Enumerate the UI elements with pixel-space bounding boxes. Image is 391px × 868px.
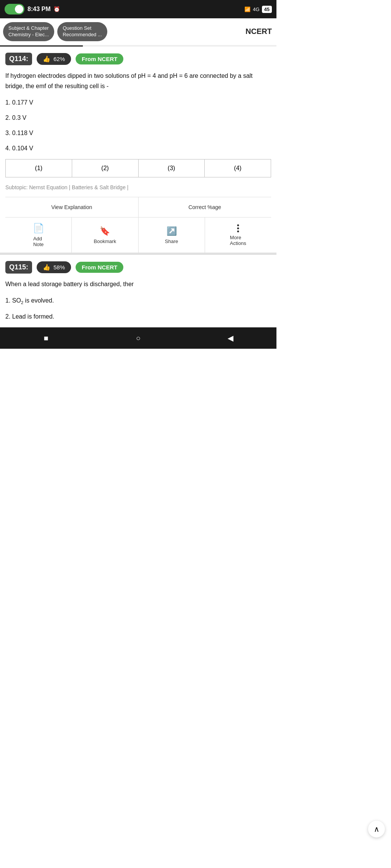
- bookmark-icon: 🔖: [100, 226, 110, 236]
- nav-home-button[interactable]: ○: [131, 330, 146, 346]
- status-right: 📶 4G 45: [244, 6, 272, 13]
- question-header-114: Q114: 👍 62% From NCERT: [5, 53, 271, 65]
- answer-option-3[interactable]: (3): [138, 159, 205, 177]
- thumb-icon-115: 👍: [43, 264, 50, 271]
- option-3-114: 3. 0.118 V: [5, 129, 271, 138]
- ncert-badge-114: From NCERT: [76, 53, 123, 64]
- ncert-label: NCERT: [246, 27, 273, 36]
- nav-square-button[interactable]: ■: [39, 330, 54, 346]
- correct-pct-button[interactable]: Correct %age: [139, 197, 271, 217]
- question-text-114: If hydrogen electrodes dipped in two sol…: [5, 71, 271, 91]
- subject-chapter-filter[interactable]: Subject & Chapter Chemistry - Elec...: [3, 22, 54, 41]
- mic-toggle[interactable]: 🎙: [5, 4, 24, 14]
- bookmark-label: Bookmark: [94, 238, 116, 244]
- like-badge-115: 👍 58%: [37, 261, 71, 273]
- like-percent-114: 62%: [53, 56, 65, 62]
- network-type: 4G: [253, 6, 259, 12]
- like-percent-115: 58%: [53, 264, 65, 271]
- filter-pill-label3: Question Set: [63, 25, 102, 32]
- question-set-filter[interactable]: Question Set Recommended ...: [57, 22, 107, 41]
- battery-level: 45: [262, 6, 272, 13]
- add-note-button[interactable]: 📄 AddNote: [5, 217, 72, 253]
- question-card-114: Q114: 👍 62% From NCERT If hydrogen elect…: [0, 47, 276, 255]
- nav-back-button[interactable]: ◀: [223, 330, 238, 346]
- filter-bar: Subject & Chapter Chemistry - Elec... Qu…: [0, 18, 276, 45]
- bookmark-button[interactable]: 🔖 Bookmark: [72, 217, 138, 253]
- question-header-115: Q115: 👍 58% From NCERT: [5, 261, 271, 274]
- action-row-114: View Explanation Correct %age: [5, 197, 271, 217]
- alarm-icon: ⏰: [53, 6, 60, 12]
- filter-progress-bar: [0, 45, 276, 47]
- filter-pill-label2: Chemistry - Elec...: [8, 32, 49, 38]
- option-1-114: 1. 0.177 V: [5, 98, 271, 107]
- answer-option-2[interactable]: (2): [72, 159, 138, 177]
- status-left: 🎙 8:43 PM ⏰: [5, 4, 60, 14]
- mic-icon: 🎙: [15, 5, 23, 13]
- add-note-icon: 📄: [33, 223, 44, 234]
- option-2-115: 2. Lead is formed.: [5, 312, 271, 321]
- more-actions-label: MoreActions: [230, 235, 246, 246]
- answer-option-1[interactable]: (1): [6, 159, 72, 177]
- more-actions-icon: [237, 224, 239, 232]
- option-1-115: 1. SO2 is evolved.: [5, 296, 271, 306]
- view-explanation-button[interactable]: View Explanation: [5, 197, 139, 217]
- option-2-114: 2. 0.3 V: [5, 113, 271, 122]
- filter-pill-label1: Subject & Chapter: [8, 25, 49, 32]
- bottom-nav: ■ ○ ◀: [0, 327, 276, 349]
- status-time: 8:43 PM: [27, 6, 50, 13]
- ncert-badge-115: From NCERT: [76, 262, 123, 273]
- answer-table-114: (1) (2) (3) (4): [5, 159, 271, 177]
- network-icon: 📶: [244, 6, 250, 12]
- thumb-icon: 👍: [43, 55, 50, 63]
- add-note-label: AddNote: [33, 236, 44, 247]
- option-4-114: 4. 0.104 V: [5, 144, 271, 153]
- subtopic-114: Subtopic: Nernst Equation | Batteries & …: [5, 184, 271, 192]
- status-bar: 🎙 8:43 PM ⏰ 📶 4G 45: [0, 0, 276, 18]
- share-button[interactable]: ↗️ Share: [139, 217, 205, 253]
- question-number-114: Q114:: [5, 53, 32, 65]
- bottom-actions-114: 📄 AddNote 🔖 Bookmark ↗️ Share MoreAction…: [5, 217, 271, 253]
- question-text-115: When a lead storage battery is discharge…: [5, 279, 271, 289]
- share-label: Share: [165, 238, 178, 244]
- filter-pill-label4: Recommended ...: [63, 32, 102, 38]
- answer-option-4[interactable]: (4): [205, 159, 271, 177]
- like-badge-114: 👍 62%: [37, 53, 71, 65]
- share-icon: ↗️: [166, 226, 177, 236]
- more-actions-button[interactable]: MoreActions: [205, 217, 271, 253]
- question-number-115: Q115:: [5, 261, 32, 274]
- question-card-115: Q115: 👍 58% From NCERT When a lead stora…: [0, 255, 276, 321]
